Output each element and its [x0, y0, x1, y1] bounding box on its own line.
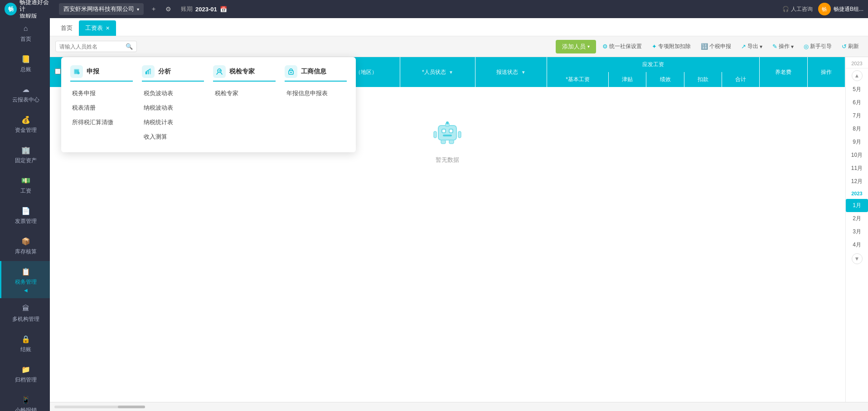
svg-rect-1 [442, 129, 446, 133]
section-header-tax-expert: 税检专家 [213, 65, 276, 82]
tab-home[interactable]: 首页 [54, 20, 79, 36]
export-button[interactable]: ↗ 导出 ▾ [737, 41, 766, 52]
sidebar-item-closing[interactable]: 🔒 结账 [0, 329, 50, 359]
top-header: 畅 畅捷通好会计 旗舰版 西安虾米网络科技有限公司 ▾ ＋ ⚙ 账期 2023-… [0, 0, 868, 18]
salary-icon: 💵 [21, 175, 31, 185]
dropdown-item-income-calc[interactable]: 收入测算 [142, 130, 204, 144]
search-icon: 🔍 [126, 43, 133, 50]
sidebar-item-inventory[interactable]: 📦 库存核算 [0, 231, 50, 261]
sidebar-item-multi-org[interactable]: 🏛 多机构管理 [0, 298, 50, 329]
dropdown-item-tax-payment[interactable]: 纳税波动表 [142, 101, 204, 115]
svg-rect-6 [434, 131, 436, 138]
settings-icon[interactable]: ⚙ [163, 4, 174, 15]
tab-bar: 首页 工资表 ✕ [50, 18, 868, 36]
header-actions: ＋ ⚙ [148, 4, 174, 15]
tab-salary[interactable]: 工资表 ✕ [79, 20, 116, 36]
dropdown-item-tax-statistics[interactable]: 纳税统计表 [142, 115, 204, 130]
special-deduction-button[interactable]: ✦ 专项附加扣除 [648, 41, 694, 52]
app-title: 畅捷通好会计 旗舰版 [19, 0, 54, 19]
close-tab-icon[interactable]: ✕ [106, 25, 110, 31]
horizontal-scrollbar[interactable] [54, 406, 145, 408]
new-guide-button[interactable]: ◎ 新手引导 [800, 41, 835, 52]
sidebar-item-home[interactable]: ⌂ 首页 [0, 18, 50, 48]
date-item-7[interactable]: 7月 [846, 109, 868, 122]
date-item-6[interactable]: 6月 [846, 96, 868, 109]
user-menu[interactable]: 畅 畅捷通B组... [818, 3, 863, 15]
empty-state-icon [429, 114, 466, 150]
ledger-icon: 📒 [21, 54, 31, 64]
headset-icon: 🎧 [782, 6, 789, 12]
sidebar-item-fund[interactable]: 💰 资金管理 [0, 109, 50, 140]
date-item-1[interactable]: 1月 [846, 199, 868, 212]
refresh-button[interactable]: ↺ 刷新 [838, 41, 863, 52]
th-pension: 养老费 [760, 57, 807, 87]
svg-rect-9 [449, 140, 454, 144]
search-input[interactable] [59, 44, 123, 50]
personal-tax-button[interactable]: 🔢 个税申报 [697, 41, 735, 52]
company-selector[interactable]: 西安虾米网络科技有限公司 ▾ [59, 3, 144, 15]
select-all-checkbox[interactable] [55, 68, 61, 74]
dropdown-item-tax-form[interactable]: 税表清册 [70, 101, 133, 115]
sidebar-item-mini-sales[interactable]: 📱 小畅报销 [0, 389, 50, 411]
svg-rect-17 [290, 72, 292, 73]
search-wrap: 🔍 [55, 41, 137, 52]
section-header-declaration: 申报 [70, 65, 133, 82]
dropdown-item-tax-burden[interactable]: 税负波动表 [142, 86, 204, 101]
period-value: 2023-01 [195, 6, 217, 13]
export-chevron-icon: ▾ [760, 44, 762, 50]
dropdown-section-analysis: 分析 税负波动表 纳税波动表 纳税统计表 收入测算 [137, 62, 209, 148]
section-header-analysis: 分析 [142, 65, 204, 82]
sidebar-item-tax[interactable]: 📋 税务管理 ◀ [0, 261, 50, 298]
dropdown-item-tax-declaration[interactable]: 税务申报 [70, 86, 133, 101]
svg-rect-14 [150, 69, 151, 74]
th-group-salary: 应发工资 [547, 57, 759, 72]
app-logo-icon: 畅 [5, 3, 17, 15]
user-avatar: 畅 [818, 3, 831, 15]
sidebar: ⌂ 首页 📒 总账 ☁ 云报表中心 💰 资金管理 🏢 固定资产 💵 工资 [0, 18, 50, 411]
th-status: *人员状态 ▼ [400, 57, 475, 87]
date-nav-down-button[interactable]: ▼ [852, 253, 863, 264]
date-item-11[interactable]: 11月 [846, 162, 868, 175]
header-right: 🎧 人工咨询 畅 畅捷通B组... [782, 3, 863, 15]
social-security-button[interactable]: ⚙ 统一社保设置 [599, 41, 645, 52]
dropdown-item-tax-expert[interactable]: 税检专家 [213, 86, 276, 101]
sidebar-item-salary[interactable]: 💵 工资 [0, 170, 50, 200]
dropdown-item-annual-report[interactable]: 年报信息申报表 [285, 86, 347, 101]
toolbar: 🔍 添加人员 ▾ ⚙ 统一社保设置 ✦ 专项附加扣除 🔢 个税申报 [50, 36, 868, 57]
date-item-5[interactable]: 5月 [846, 83, 868, 96]
date-item-8[interactable]: 8月 [846, 122, 868, 135]
multi-org-icon: 🏛 [21, 304, 31, 314]
th-basic-salary: *基本工资 [547, 72, 608, 87]
period-label: 账期 [181, 5, 193, 13]
sidebar-item-archive[interactable]: 📁 归档管理 [0, 359, 50, 389]
sidebar-item-assets[interactable]: 🏢 固定资产 [0, 140, 50, 170]
declaration-section-icon [70, 65, 83, 78]
date-nav-up-button[interactable]: ▲ [852, 70, 863, 81]
sidebar-item-cloud-report[interactable]: ☁ 云报表中心 [0, 79, 50, 109]
date-item-12[interactable]: 12月 [846, 175, 868, 188]
period-calendar-icon[interactable]: 📅 [220, 6, 227, 13]
scrollbar-thumb[interactable] [118, 406, 145, 408]
operation-icon: ✎ [772, 43, 777, 50]
date-item-4[interactable]: 4月 [846, 238, 868, 251]
date-item-3[interactable]: 3月 [846, 225, 868, 238]
assets-icon: 🏢 [21, 145, 31, 155]
refresh-icon: ↺ [842, 43, 847, 50]
date-sidebar: 2023 ▲ 5月 6月 7月 8月 9月 10月 11月 12月 2023 1… [845, 57, 868, 402]
dropdown-item-income-tax-settlement[interactable]: 所得税汇算清缴 [70, 115, 133, 130]
svg-rect-8 [441, 140, 446, 144]
customer-service-button[interactable]: 🎧 人工咨询 [782, 5, 813, 13]
sidebar-item-ledger[interactable]: 📒 总账 [0, 48, 50, 79]
sidebar-item-invoice[interactable]: 📄 发票管理 [0, 200, 50, 231]
th-submit-status: 报送状态 ▼ [475, 57, 547, 87]
date-item-10[interactable]: 10月 [846, 149, 868, 162]
th-action: 操作 [807, 57, 845, 87]
operation-chevron-icon: ▾ [791, 44, 794, 50]
svg-rect-2 [449, 129, 453, 133]
add-company-button[interactable]: ＋ [148, 4, 159, 15]
add-person-button[interactable]: 添加人员 ▾ [556, 40, 596, 53]
date-item-9[interactable]: 9月 [846, 135, 868, 149]
operation-button[interactable]: ✎ 操作 ▾ [769, 41, 797, 52]
date-item-2[interactable]: 2月 [846, 212, 868, 225]
home-icon: ⌂ [21, 24, 31, 34]
